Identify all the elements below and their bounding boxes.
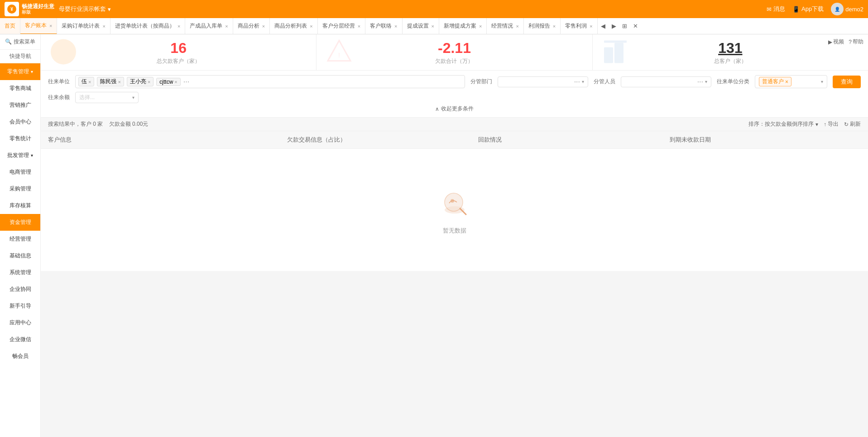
tabs-next-btn[interactable]: ▶ (609, 18, 619, 34)
tab-goods-stat[interactable]: 进货单统计表（按商品） × (110, 18, 185, 34)
tab-close-analysis-list[interactable]: × (310, 24, 312, 29)
tab-close-accounts[interactable]: × (49, 23, 52, 28)
person-more-btn[interactable]: ··· (697, 78, 703, 86)
tab-accounts[interactable]: 客户账本 × (20, 18, 57, 34)
tab-close-retail-profit[interactable]: × (590, 24, 592, 29)
tabs-bar: 首页 客户账本 × 采购订单统计表 × 进货单统计表（按商品） × 产成品入库单… (0, 18, 868, 34)
help-link[interactable]: ? 帮助 (849, 38, 863, 46)
user-menu[interactable]: 👤 demo2 (831, 3, 863, 15)
svg-text:!: ! (338, 51, 340, 58)
tab-goods-analysis-list[interactable]: 商品分析列表 × (270, 18, 317, 34)
tab-close-customer-layer[interactable]: × (358, 24, 360, 29)
tag-wang[interactable]: 王小亮 × (127, 77, 153, 86)
app-download-button[interactable]: 📱 App下载 (792, 5, 824, 13)
tab-home[interactable]: 首页 (0, 18, 20, 34)
dept-filter-select[interactable]: ··· ▾ (498, 76, 588, 87)
sidebar-item-ecommerce[interactable]: 电商管理 (0, 164, 40, 180)
tab-close-production[interactable]: × (225, 24, 228, 29)
tag-chen[interactable]: 陈民强 × (97, 77, 124, 86)
tab-close-contact[interactable]: × (394, 24, 397, 29)
tag-wu-close[interactable]: × (88, 79, 91, 85)
tab-close-profit[interactable]: × (553, 24, 556, 29)
enterprise-label: 企业协同 (10, 285, 31, 293)
play-icon: ▶ (828, 39, 832, 45)
tab-close-commission[interactable]: × (432, 24, 434, 29)
guide-label: 新手引导 (10, 302, 31, 310)
tab-operations[interactable]: 经营情况 × (487, 18, 523, 34)
sidebar-item-purchase[interactable]: 采购管理 (0, 180, 40, 197)
message-button[interactable]: ✉ 消息 (767, 5, 785, 13)
collapse-label: 收起更多条件 (441, 105, 474, 113)
sort-label-text: 排序：按欠款金额倒序排序 (748, 120, 814, 128)
sidebar-item-system[interactable]: 系统管理 (0, 264, 40, 281)
account-name: 母婴行业演示帐套 (59, 5, 106, 13)
refresh-button[interactable]: ↻ 刷新 (844, 120, 861, 128)
sidebar-item-retail-stat[interactable]: 零售统计 (0, 130, 40, 147)
avatar: 👤 (831, 3, 844, 15)
tabs-close-btn[interactable]: ✕ (630, 18, 641, 34)
sidebar-item-member[interactable]: 会员中心 (0, 114, 40, 130)
filter-area: 往来单位 伍 × 陈民强 × 王小亮 (41, 71, 868, 118)
person-filter-select[interactable]: ··· ▾ (621, 76, 711, 87)
credit-customers-value: 16 (170, 40, 187, 57)
search-icon: 🔍 (5, 38, 12, 45)
sidebar-item-retail-mall[interactable]: 零售商城 (0, 80, 40, 97)
tab-profit[interactable]: 利润报告 × (524, 18, 561, 34)
sidebar-item-finance[interactable]: 资金管理 (0, 214, 40, 231)
dept-chevron: ▾ (582, 79, 584, 84)
tab-customer-contact[interactable]: 客户联络 × (365, 18, 402, 34)
retail-label: 零售管理 (7, 68, 29, 76)
dept-more-btn[interactable]: ··· (574, 78, 580, 86)
tab-close-analysis[interactable]: × (262, 24, 265, 29)
tab-purchase-order[interactable]: 采购订单统计表 × (57, 18, 110, 34)
main-content: ¥ 16 总欠款客户（家） ! -2.11 欠款合计（万） (41, 34, 868, 437)
tag-wang-close[interactable]: × (148, 79, 150, 85)
tag-cjttcw-close[interactable]: × (174, 79, 177, 85)
sidebar-item-inventory[interactable]: 库存核算 (0, 197, 40, 214)
message-icon: ✉ (767, 6, 772, 13)
unit-filter-input[interactable]: 伍 × 陈民强 × 王小亮 × (75, 75, 465, 88)
tab-close-purchase[interactable]: × (102, 24, 105, 29)
tab-close-goods[interactable]: × (177, 24, 180, 29)
unit-type-filter-select[interactable]: 普通客户 × ▾ (755, 75, 827, 88)
chevron-icon-retail: ▾ (31, 69, 33, 74)
sidebar-search[interactable]: 🔍 搜索菜单 (0, 34, 40, 50)
video-link[interactable]: ▶ 视频 (828, 38, 844, 46)
sidebar-item-operations[interactable]: 经营管理 (0, 231, 40, 247)
sidebar-quick-nav[interactable]: 快捷导航 (0, 50, 40, 63)
unit-type-close[interactable]: × (785, 79, 788, 85)
sidebar-item-wholesale[interactable]: 批发管理 ▾ (0, 147, 40, 164)
app-download-label: App下载 (801, 5, 824, 13)
tab-commission-settings[interactable]: 提成设置 × (403, 18, 439, 34)
col-header-payment: 回款情况 (478, 136, 669, 144)
sidebar-item-enterprise[interactable]: 企业协同 (0, 281, 40, 298)
tab-retail-profit[interactable]: 零售利润 × (561, 18, 597, 34)
export-button[interactable]: ↑ 导出 (824, 120, 839, 128)
unit-type-tag[interactable]: 普通客户 × (759, 77, 791, 86)
tag-chen-close[interactable]: × (118, 79, 120, 85)
sort-selector[interactable]: 排序：按欠款金额倒序排序 ▾ (748, 120, 818, 128)
tag-wu[interactable]: 伍 × (78, 77, 94, 86)
tabs-menu-btn[interactable]: ⊞ (619, 18, 630, 34)
tab-close-new-commission[interactable]: × (479, 24, 482, 29)
balance-filter-select[interactable]: 选择... ▾ (75, 92, 139, 103)
sidebar-item-apps[interactable]: 应用中心 (0, 314, 40, 331)
sidebar-item-basic-info[interactable]: 基础信息 (0, 247, 40, 264)
account-selector[interactable]: 母婴行业演示帐套 ▾ (59, 5, 111, 13)
tab-goods-analysis[interactable]: 商品分析 × (233, 18, 270, 34)
tab-close-operations[interactable]: × (516, 24, 518, 29)
tag-cjttcw[interactable]: cjttcw × (156, 78, 180, 86)
sidebar-item-guide[interactable]: 新手引导 (0, 298, 40, 314)
tab-customer-layer[interactable]: 客户分层经营 × (318, 18, 365, 34)
sidebar-item-vip[interactable]: 畅会员 (0, 348, 40, 365)
sidebar-item-wecom[interactable]: 企业微信 (0, 331, 40, 348)
query-button[interactable]: 查询 (833, 76, 861, 88)
tabs-prev-btn[interactable]: ◀ (598, 18, 609, 34)
tab-new-commission[interactable]: 新增提成方案 × (439, 18, 487, 34)
sidebar-item-marketing[interactable]: 营销推广 (0, 97, 40, 114)
more-tags-btn[interactable]: ··· (183, 78, 189, 86)
logo-sub: 标版 (22, 10, 54, 15)
tab-production[interactable]: 产成品入库单 × (185, 18, 233, 34)
collapse-btn[interactable]: ∧ 收起更多条件 (48, 105, 861, 113)
sidebar-item-retail[interactable]: 零售管理 ▾ (0, 63, 40, 80)
